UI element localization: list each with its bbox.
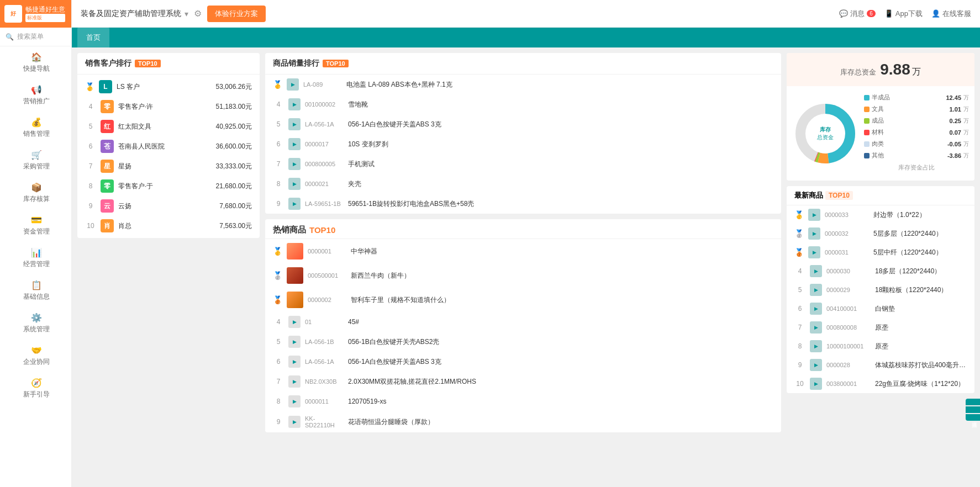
- hot-product-row: 4 ▶ 01 45#: [265, 312, 781, 332]
- product-thumb: ▶: [810, 378, 822, 390]
- rank-num: 9: [273, 200, 284, 208]
- basic-info-icon: 📋: [31, 280, 42, 290]
- online-service-label: 在线客服: [942, 9, 971, 19]
- sidebar-item-label: 经营管理: [23, 260, 50, 269]
- sales-rank-panel: 商品销量排行 TOP10 🥇 ▶ LA-089 电池盖 LA-089 ABS本色…: [265, 53, 781, 214]
- legend-val: 0.25: [950, 118, 961, 124]
- customer-amount: 21,680.00元: [216, 182, 252, 191]
- finance-icon: 💳: [31, 215, 42, 225]
- rank-num: 4: [273, 100, 284, 108]
- product-thumb: ▶: [288, 158, 301, 170]
- logo-area: 好 畅捷通好生意 标准版: [0, 0, 71, 28]
- product-code: 01: [305, 319, 344, 325]
- customer-rank-header: 销售客户排行 TOP10: [77, 53, 260, 75]
- inventory-total: 库存总资金 9.88 万: [787, 53, 974, 86]
- legend-row-meat: 肉类 -0.05 万: [864, 138, 969, 150]
- product-code: 004100001: [826, 305, 871, 312]
- legend-unit: 万: [963, 105, 969, 113]
- settings-icon[interactable]: ⚙: [194, 8, 202, 19]
- tab-home[interactable]: 首页: [77, 28, 109, 47]
- message-label: 消息: [850, 9, 865, 19]
- rank-num: 4: [794, 267, 805, 275]
- rank-num: 4: [273, 318, 284, 326]
- product-thumb-image: [287, 292, 303, 308]
- legend-unit: 万: [963, 140, 969, 148]
- rank-medal: 🥉: [794, 248, 804, 257]
- rank-num: 9: [273, 418, 284, 426]
- legend-dot: [864, 118, 870, 124]
- product-thumb: ▶: [810, 265, 822, 277]
- inventory-legend: 半成品 12.45 万 文具 1.01 万 成品: [864, 92, 969, 175]
- sidebar-item-guide[interactable]: 🧭 新手引导: [0, 372, 71, 405]
- customer-name: 苍南县人民医院: [118, 142, 212, 151]
- app-download-label: App下载: [895, 9, 923, 19]
- customer-avatar: 苍: [101, 140, 114, 153]
- product-thumb: ▶: [810, 340, 822, 352]
- float-btn-community[interactable]: 服务社区: [966, 406, 980, 413]
- hot-product-row: 🥇 0000001 中华神器: [265, 239, 781, 263]
- message-button[interactable]: 💬 消息 6: [839, 9, 876, 19]
- sidebar-item-label: 基础信息: [23, 292, 50, 301]
- product-code: LA-59651-1B: [305, 200, 344, 207]
- inventory-panel: 库存总资金 9.88 万: [787, 53, 974, 181]
- app-download-button[interactable]: 📱 App下载: [884, 9, 923, 19]
- product-name: 056-1B白色按键开关壳ABS2壳: [348, 337, 773, 347]
- message-badge: 6: [867, 10, 876, 17]
- search-menu[interactable]: 🔍 搜索菜单: [0, 28, 71, 46]
- purchase-icon: 🛒: [31, 150, 42, 160]
- center-panel: 商品销量排行 TOP10 🥇 ▶ LA-089 电池盖 LA-089 ABS本色…: [265, 53, 781, 481]
- float-btn-live[interactable]: 直播: [966, 414, 980, 421]
- hot-products-header: 热销商品 TOP10: [265, 219, 781, 239]
- product-name: 10S 变刹罗刹: [348, 140, 773, 149]
- hot-product-row: 7 ▶ NB2.0X30B 2.0X30MM双搓花轴,搓花直径2.1MM/ROH…: [265, 372, 781, 391]
- legend-row-stationery: 文具 1.01 万: [864, 103, 969, 115]
- legend-row-semifinished: 半成品 12.45 万: [864, 92, 969, 103]
- message-icon: 💬: [839, 9, 848, 18]
- sidebar-item-marketing[interactable]: 📢 营销推广: [0, 79, 71, 112]
- search-menu-label: 搜索菜单: [17, 32, 44, 41]
- logo-badge: 标准版: [25, 14, 65, 22]
- page-tabs: 首页: [72, 28, 980, 47]
- svg-text:库存: 库存: [819, 126, 831, 133]
- trial-button[interactable]: 体验行业方案: [207, 6, 266, 22]
- sidebar-item-system[interactable]: ⚙️ 系统管理: [0, 307, 71, 340]
- customer-avatar: L: [99, 80, 112, 93]
- product-name: 夹壳: [348, 179, 773, 189]
- legend-val: -3.86: [947, 152, 961, 159]
- dropdown-icon[interactable]: ▾: [185, 9, 188, 18]
- new-products-title: 最新商品: [794, 190, 823, 200]
- product-thumb: ▶: [288, 138, 301, 150]
- sales-rank-header: 商品销量排行 TOP10: [265, 53, 781, 75]
- logo-icon: 好: [4, 5, 22, 23]
- customer-name: 星扬: [118, 162, 212, 171]
- app-icon: 📱: [884, 9, 893, 18]
- sidebar-item-basic-info[interactable]: 📋 基础信息: [0, 274, 71, 307]
- sidebar-item-inventory[interactable]: 📦 库存核算: [0, 177, 71, 209]
- topbar: 装备及固定资产辅助管理系统 ▾ ⚙ 体验行业方案 💬 消息 6 📱 App下载 …: [72, 0, 980, 28]
- sidebar-item-operations[interactable]: 📊 经营管理: [0, 242, 71, 274]
- product-name: 体城荔枝味苏打饮品400毫升（1*15）: [875, 361, 967, 370]
- float-btn-service[interactable]: 客服热线: [966, 399, 980, 405]
- sidebar-item-sales[interactable]: 💰 销售管理: [0, 112, 71, 144]
- sidebar-item-cooperation[interactable]: 🤝 企业协同: [0, 340, 71, 372]
- float-buttons: 客服热线 服务社区 直播: [966, 399, 980, 421]
- online-service-button[interactable]: 👤 在线客服: [931, 9, 971, 19]
- product-code: 0000021: [305, 181, 344, 187]
- sidebar-item-label: 新手引导: [23, 390, 50, 399]
- hot-product-row: 🥈 000500001 新西兰牛肉（新牛）: [265, 263, 781, 288]
- new-product-row: 7 ▶ 000800008 原垄: [787, 318, 974, 337]
- sales-rank-row: 9 ▶ LA-59651-1B 59651-1B旋转投影灯电池盒ABS黑色+58…: [265, 194, 781, 214]
- product-name: 22g鱼豆腐·烧烤味（1*12*20）: [875, 379, 967, 389]
- rank-num: 6: [794, 305, 805, 313]
- legend-val: 12.45: [946, 94, 961, 101]
- product-code: KK-SD22110H: [305, 415, 344, 428]
- product-code: LA-056-1A: [305, 121, 344, 128]
- product-thumb: ▶: [288, 198, 301, 210]
- sidebar-item-quick-nav[interactable]: 🏠 快捷导航: [0, 46, 71, 79]
- sidebar-item-finance[interactable]: 💳 资金管理: [0, 209, 71, 242]
- product-thumb-image: [287, 243, 303, 260]
- sidebar-item-purchase[interactable]: 🛒 采购管理: [0, 144, 71, 177]
- new-product-row: 4 ▶ 0000030 18多层（1220*2440）: [787, 262, 974, 280]
- rank-num: 9: [85, 202, 96, 210]
- inventory-label: 库存总资金: [840, 68, 876, 76]
